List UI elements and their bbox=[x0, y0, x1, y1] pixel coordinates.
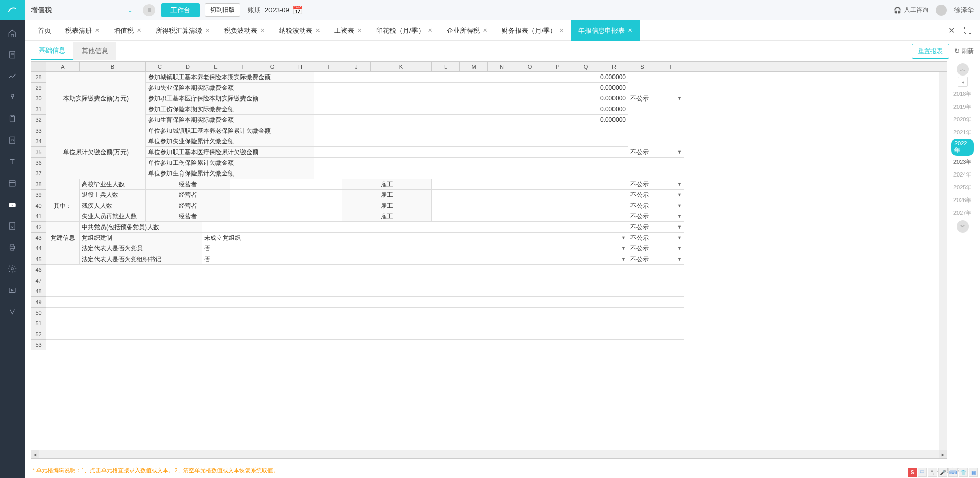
close-all-tabs-icon[interactable]: ✕ bbox=[945, 24, 958, 37]
year-item[interactable]: 2025年 bbox=[951, 181, 974, 194]
input-cell[interactable] bbox=[432, 190, 628, 200]
input-cell[interactable] bbox=[230, 179, 342, 190]
empty-cell[interactable] bbox=[46, 275, 684, 286]
ime-logo-icon[interactable]: S bbox=[908, 468, 917, 477]
publish-cell[interactable] bbox=[628, 158, 684, 168]
col-header[interactable]: A bbox=[46, 62, 80, 71]
row-header[interactable]: 45 bbox=[31, 254, 46, 265]
row-header[interactable]: 38 bbox=[31, 179, 46, 190]
col-header[interactable]: O bbox=[516, 62, 544, 71]
year-up-icon[interactable]: ︿ bbox=[957, 63, 969, 76]
close-icon[interactable]: ✕ bbox=[483, 27, 487, 34]
year-item[interactable]: 2022年 bbox=[951, 139, 974, 156]
row-header[interactable]: 28 bbox=[31, 72, 46, 83]
row-header[interactable]: 48 bbox=[31, 286, 46, 297]
value-cell[interactable] bbox=[314, 158, 628, 168]
nav-chart-icon[interactable] bbox=[7, 71, 17, 81]
row-header[interactable]: 33 bbox=[31, 125, 46, 136]
refresh-button[interactable]: ↻ 刷新 bbox=[954, 47, 974, 56]
publish-cell[interactable] bbox=[628, 136, 684, 147]
ime-voice-icon[interactable]: 🎤 bbox=[938, 468, 947, 477]
nav-tax-icon[interactable] bbox=[7, 199, 17, 210]
close-icon[interactable]: ✕ bbox=[628, 27, 632, 34]
year-item[interactable]: 2023年 bbox=[951, 156, 974, 168]
tab-item[interactable]: 税表清册✕ bbox=[58, 20, 107, 41]
row-header[interactable]: 46 bbox=[31, 265, 46, 275]
nav-calc-icon[interactable] bbox=[7, 135, 17, 145]
spreadsheet[interactable]: ABCDEFGHIJKLMNOPQRST 28参加城镇职工基本养老保险本期实际缴… bbox=[31, 61, 947, 459]
col-header[interactable]: S bbox=[628, 62, 656, 71]
col-header[interactable]: L bbox=[432, 62, 460, 71]
tab-item[interactable]: 工资表✕ bbox=[327, 20, 369, 41]
col-header[interactable]: J bbox=[342, 62, 371, 71]
year-item[interactable]: 2024年 bbox=[951, 168, 974, 181]
org-dropdown-label[interactable]: 增值税 bbox=[31, 6, 52, 15]
value-cell[interactable] bbox=[314, 168, 628, 179]
year-item[interactable]: 2018年 bbox=[951, 88, 974, 100]
col-header[interactable]: N bbox=[488, 62, 516, 71]
row-header[interactable]: 47 bbox=[31, 275, 46, 286]
tab-item[interactable]: 企业所得税✕ bbox=[439, 20, 495, 41]
publish-cell[interactable] bbox=[628, 168, 684, 179]
scroll-right-icon[interactable]: ► bbox=[939, 450, 947, 458]
row-header[interactable]: 35 bbox=[31, 147, 46, 158]
row-header[interactable]: 31 bbox=[31, 104, 46, 115]
col-header[interactable]: P bbox=[544, 62, 572, 71]
empty-cell[interactable] bbox=[46, 318, 684, 329]
nav-video-icon[interactable] bbox=[7, 285, 17, 295]
row-header[interactable]: 41 bbox=[31, 211, 46, 222]
col-header[interactable]: H bbox=[286, 62, 314, 71]
select-cell[interactable]: 否▼ bbox=[202, 243, 628, 254]
row-header[interactable]: 32 bbox=[31, 115, 46, 125]
row-header[interactable]: 39 bbox=[31, 190, 46, 200]
publish-cell[interactable] bbox=[628, 72, 684, 83]
year-item[interactable]: 2020年 bbox=[951, 113, 974, 126]
select-cell[interactable]: 否▼ bbox=[202, 254, 628, 265]
input-cell[interactable] bbox=[230, 200, 342, 211]
row-header[interactable]: 51 bbox=[31, 318, 46, 329]
row-header[interactable]: 36 bbox=[31, 158, 46, 168]
workspace-button[interactable]: 工作台 bbox=[161, 3, 200, 17]
nav-home-icon[interactable] bbox=[7, 28, 17, 38]
input-cell[interactable] bbox=[230, 211, 342, 222]
row-header[interactable]: 30 bbox=[31, 93, 46, 104]
year-item[interactable]: 2027年 bbox=[951, 207, 974, 219]
chevron-down-icon[interactable]: ⌄ bbox=[128, 7, 133, 14]
nav-doc-icon[interactable] bbox=[7, 49, 17, 60]
value-cell[interactable]: 0.000000 bbox=[314, 72, 628, 83]
input-cell[interactable] bbox=[230, 190, 342, 200]
col-header[interactable]: C bbox=[146, 62, 174, 71]
row-header[interactable]: 44 bbox=[31, 243, 46, 254]
nav-export-icon[interactable] bbox=[7, 221, 17, 231]
select-cell[interactable]: 未成立党组织▼ bbox=[202, 233, 628, 243]
col-header[interactable]: T bbox=[656, 62, 684, 71]
empty-cell[interactable] bbox=[46, 297, 684, 308]
year-item[interactable]: 2021年 bbox=[951, 126, 974, 139]
nav-text-icon[interactable] bbox=[7, 157, 17, 167]
row-header[interactable]: 37 bbox=[31, 168, 46, 179]
tab-item[interactable]: 纳税波动表✕ bbox=[272, 20, 327, 41]
value-cell[interactable] bbox=[314, 125, 628, 136]
ime-keyboard-icon[interactable]: ⌨ bbox=[948, 468, 958, 477]
row-header[interactable]: 29 bbox=[31, 83, 46, 93]
year-item[interactable]: 2019年 bbox=[951, 100, 974, 113]
row-header[interactable]: 49 bbox=[31, 297, 46, 308]
row-header[interactable]: 50 bbox=[31, 308, 46, 318]
col-header[interactable]: E bbox=[202, 62, 230, 71]
col-header[interactable]: G bbox=[258, 62, 286, 71]
input-cell[interactable] bbox=[432, 179, 628, 190]
support-button[interactable]: 🎧 人工咨询 bbox=[894, 6, 928, 14]
switch-old-button[interactable]: 切到旧版 bbox=[205, 3, 240, 17]
col-header[interactable]: F bbox=[230, 62, 258, 71]
value-cell[interactable]: 0.000000 bbox=[314, 83, 628, 93]
row-header[interactable]: 40 bbox=[31, 200, 46, 211]
tab-item[interactable]: 所得税汇算清缴✕ bbox=[149, 20, 217, 41]
col-header[interactable]: K bbox=[371, 62, 432, 71]
col-header[interactable]: I bbox=[314, 62, 342, 71]
nav-v-icon[interactable] bbox=[7, 307, 17, 317]
close-icon[interactable]: ✕ bbox=[205, 27, 210, 34]
publish-cell[interactable]: 不公示▼ bbox=[628, 211, 684, 222]
empty-cell[interactable] bbox=[46, 286, 684, 297]
publish-cell[interactable]: 不公示▼ bbox=[628, 93, 684, 104]
ime-lang-icon[interactable]: 中 bbox=[918, 468, 927, 477]
